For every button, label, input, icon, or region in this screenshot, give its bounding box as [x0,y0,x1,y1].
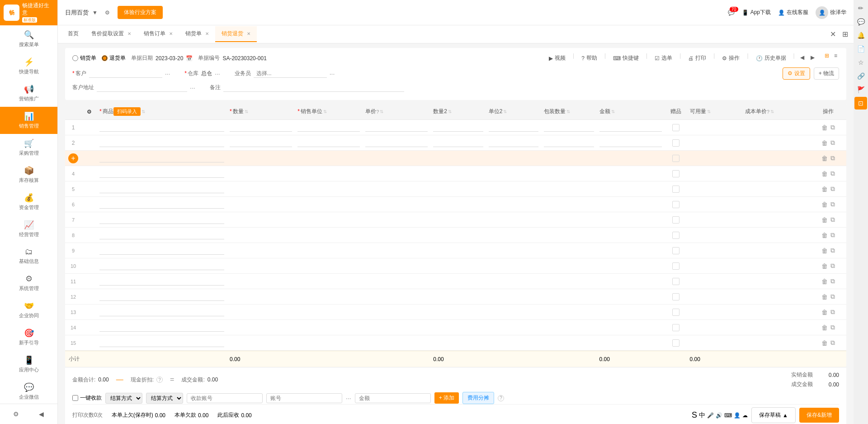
sidebar-item-sales[interactable]: 📊 销售管理 [0,107,57,134]
scan-button[interactable]: 扫码录入 [113,107,141,116]
copy-row-1-icon[interactable]: ⧉ [830,124,835,131]
tabs-close-all-icon[interactable]: ✕ [828,28,838,40]
one-click-collect-check[interactable]: 一键收款 [72,394,102,402]
settlement-method-select[interactable]: 结算方式 [105,393,142,404]
copy-row-3-icon[interactable]: ⧉ [830,154,835,162]
product-input-9[interactable] [99,246,224,255]
fee-split-button[interactable]: 费用分摊 [462,392,494,404]
rs-link-icon[interactable]: 🔗 [854,70,867,82]
copy-row-5-icon[interactable]: ⧉ [830,185,835,193]
delete-row-14-icon[interactable]: 🗑 [821,324,828,331]
gift-check-12[interactable] [672,293,679,300]
sidebar-item-newguide[interactable]: 🎯 新手引导 [0,324,57,351]
copy-row-8-icon[interactable]: ⧉ [830,231,835,239]
grid-view-icon[interactable]: ⊞ [823,51,831,61]
collect-account-input[interactable] [187,393,263,403]
unit-input-1[interactable] [297,123,360,132]
rs-bell-icon[interactable]: 🔔 [854,29,867,42]
price-help-icon[interactable]: ? [376,109,379,114]
sidebar-item-system[interactable]: ⚙ 系统管理 [0,269,57,296]
tab-sale-order-close[interactable]: ✕ [169,31,173,36]
save-draft-button[interactable]: 保存草稿 ▲ [751,407,796,423]
sidebar-item-enterprise[interactable]: 🤝 企业协同 [0,296,57,324]
tabs-layout-icon[interactable]: ⊞ [840,28,850,40]
gift-check-2[interactable] [672,139,679,147]
list-view-icon[interactable]: ≡ [832,51,839,61]
gift-check-11[interactable] [672,278,679,285]
unit2-input-1[interactable] [489,123,538,132]
radio-sale[interactable]: 销货单 [72,54,96,62]
discount-help-icon[interactable]: ? [156,376,163,383]
copy-row-10-icon[interactable]: ⧉ [830,262,835,270]
copy-row-7-icon[interactable]: ⧉ [830,216,835,224]
product-input-6[interactable] [99,200,224,209]
account-no-input[interactable] [266,393,342,403]
warehouse-select-icon[interactable]: ··· [215,70,220,77]
keyboard-icon[interactable]: ⌨ [724,412,732,419]
delete-row-3-icon[interactable]: 🗑 [821,155,828,162]
copy-row-2-icon[interactable]: ⧉ [830,139,835,147]
add-payment-button[interactable]: + 添加 [434,392,459,404]
copy-row-14-icon[interactable]: ⧉ [830,324,835,331]
product-input-13[interactable] [99,308,224,316]
amount-sort-icon[interactable]: ⇅ [611,109,615,114]
delete-row-6-icon[interactable]: 🗑 [821,201,828,208]
unit-input-2[interactable] [297,138,360,147]
delete-row-11-icon[interactable]: 🗑 [821,278,828,285]
cost-sort-icon[interactable]: ⇅ [770,109,774,114]
price-input-2[interactable] [365,138,428,147]
logistics-btn[interactable]: + 物流 [814,67,839,80]
salesman-select-icon[interactable]: ··· [330,70,335,77]
gift-check-8[interactable] [672,232,679,239]
delete-row-9-icon[interactable]: 🗑 [821,247,828,254]
copy-row-13-icon[interactable]: ⧉ [830,308,835,316]
history-btn[interactable]: 🕐 历史单据 [752,52,790,64]
one-click-collect-input[interactable] [72,395,78,401]
shortcut-btn[interactable]: ⌨ 快捷键 [609,52,642,64]
product-input-3[interactable] [99,154,224,162]
delete-row-15-icon[interactable]: 🗑 [821,339,828,347]
tab-sale-delivery[interactable]: 销货单 ✕ [179,26,215,42]
radio-return[interactable]: 退货单 [102,54,126,62]
gift-check-5[interactable] [672,186,679,193]
pkg-input-1[interactable] [544,123,594,132]
prev-record-icon[interactable]: ◀ [798,52,806,64]
rs-flag-icon[interactable]: 🚩 [854,83,867,96]
column-settings-icon[interactable]: ⚙ [87,109,92,115]
delete-row-4-icon[interactable]: 🗑 [821,170,828,177]
copy-row-15-icon[interactable]: ⧉ [830,339,835,347]
avail-sort-icon[interactable]: ⇅ [707,109,711,114]
delete-row-5-icon[interactable]: 🗑 [821,186,828,193]
pkg-input-2[interactable] [544,138,594,147]
price-sort-icon[interactable]: ⇅ [380,109,383,114]
gift-check-10[interactable] [672,262,679,270]
product-input-10[interactable] [99,262,224,270]
sidebar-item-operations[interactable]: 📈 经营管理 [0,215,57,243]
unit-sort-icon[interactable]: ⇅ [323,109,327,114]
copy-row-4-icon[interactable]: ⧉ [830,170,835,177]
address-input[interactable] [97,83,187,92]
radio-return-input[interactable] [102,55,108,61]
rs-star-icon[interactable]: ☆ [854,56,867,69]
qty-input-1[interactable] [230,123,292,132]
gift-check-15[interactable] [672,339,679,347]
online-service-link[interactable]: 👤 在线客服 [778,9,808,16]
product-input-7[interactable] [99,215,224,224]
sidebar-collapse-icon[interactable]: ◀ [35,408,47,420]
speaker-icon[interactable]: 🔊 [716,412,722,419]
copy-row-12-icon[interactable]: ⧉ [830,293,835,300]
customer-input[interactable] [89,69,162,78]
product-input-5[interactable] [99,185,224,193]
radio-sale-input[interactable] [72,55,78,61]
copy-row-11-icon[interactable]: ⧉ [830,277,835,285]
pkg-sort-icon[interactable]: ⇅ [566,109,570,114]
sidebar-item-basic[interactable]: 🗂 基础信息 [0,243,57,269]
delete-row-2-icon[interactable]: 🗑 [821,139,828,147]
product-input-15[interactable] [99,338,224,347]
product-input-8[interactable] [99,231,224,239]
delete-row-1-icon[interactable]: 🗑 [821,124,828,131]
gift-check-9[interactable] [672,247,679,254]
account-select-icon[interactable]: ··· [346,395,351,402]
qty-sort-icon[interactable]: ⇅ [245,109,248,114]
mic-icon[interactable]: 🎤 [707,412,714,419]
